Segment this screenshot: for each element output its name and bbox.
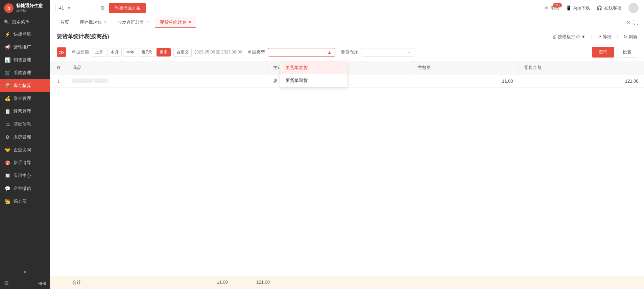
user-avatar[interactable] xyxy=(628,3,639,13)
sidebar-item-basic[interactable]: 🗂 基础信息 xyxy=(0,118,50,131)
col-product: 商品 xyxy=(67,61,268,74)
tab-receivable-summary-close[interactable]: ✕ xyxy=(146,20,149,24)
export-label: 导出 xyxy=(603,34,612,40)
query-button[interactable]: 查询 xyxy=(592,47,614,58)
sidebar-item-operations[interactable]: 📋 经营管理 xyxy=(0,105,50,118)
prev-month-btn[interactable]: 上月 xyxy=(92,48,106,57)
close-all-icon[interactable]: ✕ xyxy=(626,19,630,26)
sidebar: b 畅捷通好生意 标准版 🔍 搜索菜单 ⚡ 快捷导航 📢 营销推广 📊 销售管理… xyxy=(0,0,50,289)
summary-row: 合计 11.00 121.00 xyxy=(55,280,639,286)
warehouse-select[interactable]: ··· xyxy=(361,48,415,57)
table-area: ⚙ 商品 主计量单位 主数量 零售金额 1 xyxy=(50,61,644,276)
refresh-icon: ↻ xyxy=(623,34,627,39)
settings-button[interactable]: 设置 xyxy=(617,47,637,58)
column-settings-icon[interactable]: ⚙ xyxy=(56,65,61,70)
page-header: 要货单统计表(按商品) 🖨 按模板打印 ▼ | ↗ 导出 | ↻ 刷新 xyxy=(50,29,644,43)
doc-type-label: 单据类型 xyxy=(247,49,265,55)
basic-icon: 🗂 xyxy=(4,121,11,127)
product-name-placeholder-1 xyxy=(72,79,93,83)
divider-2: | xyxy=(617,34,618,39)
sidebar-item-label: 快捷导航 xyxy=(14,31,46,37)
message-icon: ✉ xyxy=(545,5,548,10)
more-btn[interactable]: 更多 xyxy=(157,48,171,57)
cooperation-icon: 🤝 xyxy=(4,147,11,153)
doc-type-value xyxy=(271,50,273,55)
sidebar-item-system[interactable]: ⚙ 系统管理 xyxy=(0,131,50,143)
tab-requisition-stats[interactable]: 要货单统计表 ✕ xyxy=(155,17,196,28)
sidebar-item-purchase[interactable]: 🛒 采购管理 xyxy=(0,66,50,79)
app-download-label: App下载 xyxy=(573,5,590,11)
sidebar-search[interactable]: 🔍 搜索菜单 xyxy=(0,16,50,28)
search-label: 搜索菜单 xyxy=(12,19,29,25)
sidebar-item-inventory[interactable]: 📦 库存核算 xyxy=(0,79,50,92)
date-range: 2023-05-06 至 2023-06-06 xyxy=(194,49,242,55)
print-button[interactable]: 🖨 按模板打印 ▼ xyxy=(552,34,586,40)
page-title: 要货单统计表(按商品) xyxy=(57,33,109,40)
tab-batch-inventory-close[interactable]: ✕ xyxy=(104,20,107,24)
custom-date-btn[interactable]: 自定义 xyxy=(173,48,192,57)
top-bar-right: ✉ 消息 99+ 📱 App下载 🎧 在线客服 xyxy=(545,3,639,13)
collapse-icon[interactable]: ◀◀ xyxy=(38,280,46,286)
sidebar-item-label: 资金管理 xyxy=(14,95,46,102)
tab-requisition-stats-label: 要货单统计表 xyxy=(160,19,186,25)
sidebar-item-apps[interactable]: 🔲 应用中心 xyxy=(0,169,50,182)
logo-sub: 标准版 xyxy=(16,8,43,13)
tab-receivable-summary[interactable]: 收发存汇总表 ✕ xyxy=(113,17,154,28)
warehouse-filter-group: 要货仓库 ··· xyxy=(341,48,415,57)
sidebar-item-label: 新手引导 xyxy=(14,160,46,166)
tab-batch-inventory-label: 库存批次账 xyxy=(80,19,102,25)
doc-type-select[interactable]: ▲ xyxy=(268,48,335,57)
export-button[interactable]: ↗ 导出 xyxy=(598,34,612,40)
settings-footer-icon[interactable]: ⚙ xyxy=(4,280,9,286)
messages-badge: 99+ xyxy=(553,3,562,7)
recent-7-btn[interactable]: 近7天 xyxy=(139,48,155,57)
sidebar-item-marketing[interactable]: 📢 营销推广 xyxy=(0,41,50,53)
warehouse-more-icon: ··· xyxy=(408,50,411,55)
tab-batch-inventory[interactable]: 库存批次账 ✕ xyxy=(75,17,112,28)
sidebar-item-label: 销售管理 xyxy=(14,57,46,63)
store-selector-value: 41 xyxy=(59,5,64,10)
top-bar: 41 ▼ ⚙ 体验行业方案 ✉ 消息 99+ 📱 App下载 🎧 在线客服 xyxy=(50,0,644,16)
messages-action[interactable]: ✉ 消息 99+ xyxy=(545,5,559,11)
guide-icon: 🎯 xyxy=(4,160,11,165)
sidebar-item-cooperation[interactable]: 🤝 企业协同 xyxy=(0,143,50,156)
phone-icon: 📱 xyxy=(566,5,571,10)
sidebar-item-guide[interactable]: 🎯 新手引导 xyxy=(0,156,50,169)
refresh-button[interactable]: ↻ 刷新 xyxy=(623,34,637,40)
summary-quantity: 11.00 xyxy=(174,280,228,286)
cell-quantity: 11.00 xyxy=(412,74,518,88)
tab-requisition-stats-close[interactable]: ✕ xyxy=(188,20,191,24)
filter-expand-btn[interactable]: ≫ xyxy=(57,47,66,57)
tab-home[interactable]: 首页 xyxy=(55,17,74,28)
sidebar-item-wechat[interactable]: 💬 企业微信 xyxy=(0,182,50,195)
print-icon: 🖨 xyxy=(552,34,556,39)
marketing-icon: 📢 xyxy=(4,44,11,50)
print-label: 按模板打印 xyxy=(558,34,580,40)
fullscreen-icon[interactable]: ⛶ xyxy=(633,20,639,26)
logo-main: 畅捷通好生意 xyxy=(16,3,43,9)
sidebar-item-label: 营销推广 xyxy=(14,44,46,50)
trial-button[interactable]: 体验行业方案 xyxy=(109,3,146,13)
system-icon: ⚙ xyxy=(4,134,11,140)
dropdown-item-order[interactable]: 要货单要货 xyxy=(280,61,347,74)
summary-amount: 121.00 xyxy=(235,280,275,286)
sidebar-item-label: 采购管理 xyxy=(14,70,46,76)
topbar-gear-icon[interactable]: ⚙ xyxy=(100,5,105,11)
sidebar-item-finance[interactable]: 💰 资金管理 xyxy=(0,92,50,105)
col-index: ⚙ xyxy=(50,61,67,74)
current-year-btn[interactable]: 本年 xyxy=(123,48,137,57)
service-icon: 🎧 xyxy=(597,5,602,10)
cell-amount: 121.00 xyxy=(519,74,644,88)
current-month-btn[interactable]: 本月 xyxy=(108,48,122,57)
online-service-action[interactable]: 🎧 在线客服 xyxy=(597,5,622,11)
dropdown-item-return[interactable]: 要货单退货 xyxy=(280,74,347,87)
store-selector[interactable]: 41 ▼ xyxy=(55,4,96,12)
sidebar-item-member[interactable]: 👑 畅会员 xyxy=(0,195,50,208)
purchase-icon: 🛒 xyxy=(4,70,11,75)
app-download-action[interactable]: 📱 App下载 xyxy=(566,5,590,11)
sidebar-item-sales[interactable]: 📊 销售管理 xyxy=(0,53,50,66)
selector-arrow-icon: ▼ xyxy=(67,5,71,10)
sidebar-item-quick-nav[interactable]: ⚡ 快捷导航 xyxy=(0,28,50,41)
sidebar-scroll-down[interactable]: ▼ xyxy=(0,268,50,277)
wechat-icon: 💬 xyxy=(4,186,11,191)
